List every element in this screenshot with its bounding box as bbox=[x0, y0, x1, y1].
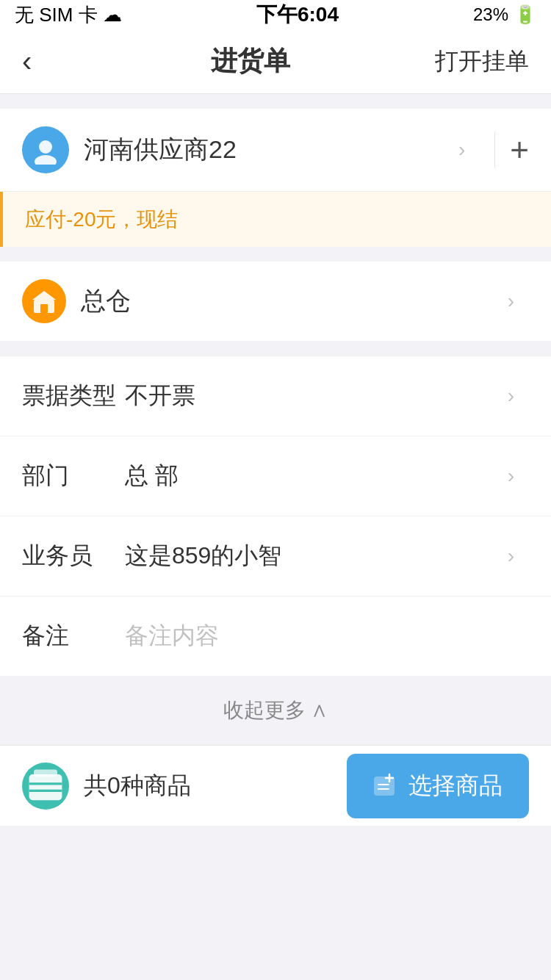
select-product-icon bbox=[373, 773, 400, 799]
svg-rect-4 bbox=[40, 304, 48, 313]
vertical-divider bbox=[494, 131, 495, 168]
collapse-row[interactable]: 收起更多 ∧ bbox=[0, 676, 551, 745]
back-button[interactable]: ‹ bbox=[22, 45, 66, 78]
page-bottom bbox=[0, 826, 551, 980]
supplier-name: 河南供应商22 bbox=[84, 133, 458, 167]
svg-point-0 bbox=[39, 140, 52, 154]
remark-row[interactable]: 备注 备注内容 bbox=[0, 596, 551, 676]
department-row[interactable]: 部门 总 部 › bbox=[0, 436, 551, 516]
supplier-chevron: › bbox=[458, 138, 465, 162]
svg-rect-9 bbox=[375, 777, 394, 795]
section-gap-3 bbox=[0, 341, 551, 356]
open-pending-button[interactable]: 打开挂单 bbox=[435, 46, 529, 78]
section-gap-1 bbox=[0, 94, 551, 109]
status-bar: 无 SIM 卡 ☁ 下午6:04 23% 🔋 bbox=[0, 0, 551, 29]
department-label: 部门 bbox=[22, 460, 125, 492]
status-left: 无 SIM 卡 ☁ bbox=[15, 2, 122, 28]
warehouse-row[interactable]: 总仓 › bbox=[0, 262, 551, 341]
add-supplier-button[interactable]: + bbox=[510, 134, 529, 166]
supplier-card: 河南供应商22 › + 应付-20元，现结 bbox=[0, 109, 551, 247]
invoice-type-chevron: › bbox=[508, 384, 514, 408]
supplier-row[interactable]: 河南供应商22 › + bbox=[0, 109, 551, 192]
salesperson-chevron: › bbox=[508, 544, 514, 568]
notice-text: 应付-20元，现结 bbox=[25, 208, 178, 231]
form-card: 票据类型 不开票 › 部门 总 部 › 业务员 这是859的小智 › 备注 备注… bbox=[0, 356, 551, 676]
battery-icon: 🔋 bbox=[514, 4, 536, 25]
invoice-type-row[interactable]: 票据类型 不开票 › bbox=[0, 356, 551, 436]
invoice-type-value: 不开票 bbox=[125, 380, 508, 412]
warehouse-chevron: › bbox=[508, 289, 514, 313]
invoice-type-label: 票据类型 bbox=[22, 380, 125, 412]
svg-marker-3 bbox=[32, 291, 56, 300]
warehouse-name: 总仓 bbox=[81, 284, 508, 318]
department-value: 总 部 bbox=[125, 460, 508, 492]
salesperson-row[interactable]: 业务员 这是859的小智 › bbox=[0, 516, 551, 596]
svg-point-1 bbox=[35, 155, 57, 165]
notice-banner: 应付-20元，现结 bbox=[0, 192, 551, 247]
salesperson-label: 业务员 bbox=[22, 540, 125, 572]
battery-text: 23% bbox=[473, 4, 508, 25]
collapse-label: 收起更多 ∧ bbox=[223, 696, 328, 724]
product-icon bbox=[22, 763, 69, 810]
salesperson-value: 这是859的小智 bbox=[125, 540, 508, 572]
warehouse-icon bbox=[22, 279, 66, 323]
remark-label: 备注 bbox=[22, 620, 125, 652]
remark-input[interactable]: 备注内容 bbox=[125, 620, 529, 652]
select-product-button[interactable]: 选择商品 bbox=[347, 754, 529, 818]
bottom-bar: 共0种商品 选择商品 bbox=[0, 745, 551, 826]
nav-bar: ‹ 进货单 打开挂单 bbox=[0, 29, 551, 94]
status-right: 23% 🔋 bbox=[473, 4, 536, 25]
page-title: 进货单 bbox=[211, 43, 290, 79]
sim-text: 无 SIM 卡 ☁ bbox=[15, 2, 122, 28]
svg-rect-5 bbox=[29, 774, 62, 800]
product-count: 共0种商品 bbox=[84, 770, 347, 802]
department-chevron: › bbox=[508, 464, 514, 488]
select-product-label: 选择商品 bbox=[408, 770, 503, 802]
status-time: 下午6:04 bbox=[256, 1, 339, 29]
svg-rect-6 bbox=[34, 769, 57, 777]
section-gap-2 bbox=[0, 247, 551, 262]
supplier-avatar bbox=[22, 126, 69, 173]
warehouse-card: 总仓 › bbox=[0, 262, 551, 341]
